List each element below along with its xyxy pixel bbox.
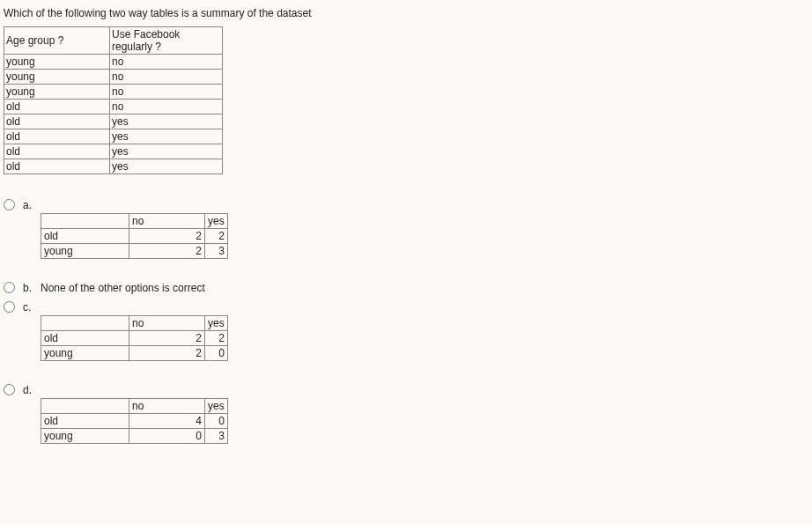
cell-age: young (4, 55, 110, 70)
cell-fb: no (110, 100, 223, 114)
radio-b[interactable] (4, 282, 15, 293)
cell-fb: no (110, 55, 223, 70)
summary-table-d: no yes old 4 0 young 0 3 (41, 398, 228, 444)
option-b-text: None of the other options is correct (41, 282, 205, 294)
table-header-row: Age group ? Use Facebook regularly ? (4, 27, 223, 55)
cell-no: 4 (129, 414, 205, 429)
row-label: young (41, 429, 129, 444)
table-row: youngno (4, 85, 223, 100)
question-text: Which of the following two way tables is… (4, 7, 808, 19)
cell-no: 2 (129, 244, 205, 259)
header-age: Age group ? (4, 27, 110, 55)
option-letter: d. (23, 384, 41, 396)
row-label: old (41, 414, 129, 429)
header-no: no (129, 399, 205, 414)
table-row: youngno (4, 70, 223, 85)
radio-a[interactable] (4, 199, 15, 210)
cell-age: old (4, 129, 110, 144)
option-a: a. no yes old 2 2 young 2 3 (4, 199, 808, 259)
cell-yes: 2 (205, 331, 228, 346)
cell-yes: 3 (205, 429, 228, 444)
row-label: old (41, 229, 129, 244)
cell-fb: yes (110, 114, 223, 129)
summary-table-a: no yes old 2 2 young 2 3 (41, 213, 228, 259)
cell-fb: yes (110, 129, 223, 144)
cell-age: old (4, 114, 110, 129)
cell-age: young (4, 70, 110, 85)
cell-age: young (4, 85, 110, 100)
header-no: no (129, 214, 205, 229)
empty-cell (41, 214, 129, 229)
cell-no: 2 (129, 346, 205, 361)
option-d: d. no yes old 4 0 young 0 3 (4, 384, 808, 444)
row-label: young (41, 244, 129, 259)
option-letter: c. (23, 301, 41, 314)
header-yes: yes (205, 214, 228, 229)
cell-age: old (4, 144, 110, 159)
cell-no: 2 (129, 331, 205, 346)
cell-yes: 3 (205, 244, 228, 259)
cell-fb: yes (110, 144, 223, 159)
radio-d[interactable] (4, 384, 15, 395)
row-label: young (41, 346, 129, 361)
radio-c[interactable] (4, 301, 15, 313)
table-row: oldyes (4, 129, 223, 144)
row-label: old (41, 331, 129, 346)
option-c: c. no yes old 2 2 young 2 0 (4, 301, 808, 361)
header-yes: yes (205, 399, 228, 414)
cell-no: 2 (129, 229, 205, 244)
summary-table-c: no yes old 2 2 young 2 0 (41, 315, 228, 361)
header-yes: yes (205, 316, 228, 331)
option-letter: a. (23, 199, 41, 211)
header-fb: Use Facebook regularly ? (110, 27, 223, 55)
table-row: oldyes (4, 159, 223, 174)
table-row: oldyes (4, 144, 223, 159)
table-row: oldno (4, 100, 223, 114)
dataset-table: Age group ? Use Facebook regularly ? you… (4, 26, 223, 174)
empty-cell (41, 399, 129, 414)
cell-yes: 0 (205, 414, 228, 429)
cell-yes: 2 (205, 229, 228, 244)
cell-yes: 0 (205, 346, 228, 361)
cell-fb: yes (110, 159, 223, 174)
table-row: youngno (4, 55, 223, 70)
option-b: b. None of the other options is correct (4, 282, 808, 296)
cell-age: old (4, 159, 110, 174)
cell-no: 0 (129, 429, 205, 444)
table-row: oldyes (4, 114, 223, 129)
empty-cell (41, 316, 129, 331)
cell-fb: no (110, 85, 223, 100)
header-no: no (129, 316, 205, 331)
answer-options: a. no yes old 2 2 young 2 3 (4, 199, 808, 444)
cell-age: old (4, 100, 110, 114)
cell-fb: no (110, 70, 223, 85)
option-letter: b. (23, 282, 41, 294)
